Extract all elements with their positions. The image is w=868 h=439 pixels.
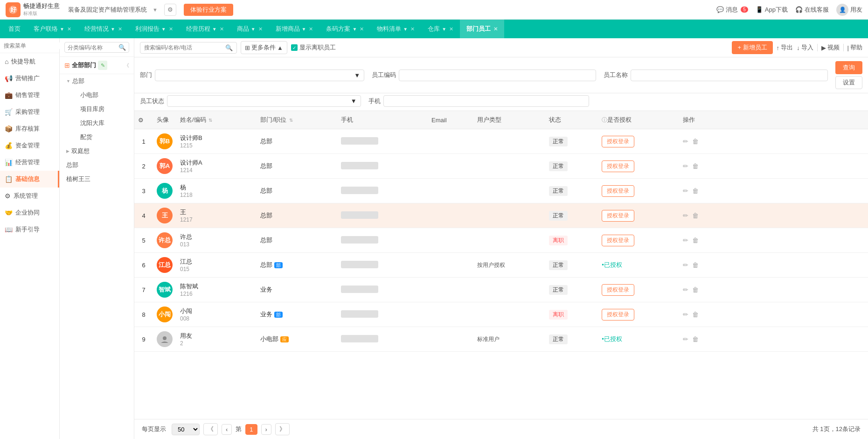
system-title-arrow[interactable]: ▼ (153, 7, 158, 13)
dept-collapse-icon[interactable]: 《 (124, 62, 129, 69)
edit-icon[interactable]: ✏ (683, 212, 688, 219)
col-settings[interactable]: ⚙ (134, 111, 153, 129)
tab-history-close[interactable]: ✕ (220, 26, 224, 32)
edit-icon[interactable]: ✏ (683, 311, 688, 318)
tab-goods[interactable]: 商品▼✕ (230, 20, 269, 38)
edit-icon[interactable]: ✏ (683, 187, 688, 195)
edit-icon[interactable]: ✏ (683, 237, 688, 244)
filter-status-select[interactable]: ▼ (167, 95, 361, 107)
sidebar-item-inventory[interactable]: 📦 库存核算 (0, 120, 59, 137)
dept-node-zhishu[interactable]: 植树王三 (60, 172, 134, 186)
delete-icon[interactable]: 🗑 (692, 311, 699, 318)
tab-bom-close[interactable]: ✕ (410, 26, 415, 32)
tab-goods-close[interactable]: ✕ (258, 26, 263, 32)
dept-node-zongbu[interactable]: 总部 (60, 158, 134, 172)
auth-login-button[interactable]: 授权登录 (602, 210, 634, 222)
edit-icon[interactable]: ✏ (683, 286, 688, 293)
tab-warehouse-close[interactable]: ✕ (449, 26, 453, 32)
delete-icon[interactable]: 🗑 (692, 261, 699, 269)
tab-dept-emp-close[interactable]: ✕ (493, 26, 498, 32)
filter-empname-input[interactable] (631, 70, 828, 81)
sidebar-item-guide[interactable]: 📖 新手引导 (0, 221, 59, 238)
edit-icon[interactable]: ✏ (683, 138, 688, 145)
delete-icon[interactable]: 🗑 (692, 187, 699, 195)
auth-login-button[interactable]: 授权登录 (602, 185, 634, 197)
settings-icon[interactable]: ⚙ (164, 4, 176, 16)
auth-login-button[interactable]: 授权登录 (602, 284, 634, 296)
sidebar-item-system[interactable]: ⚙ 系统管理 (0, 188, 59, 204)
filter-phone-input[interactable] (383, 95, 590, 107)
delete-icon[interactable]: 🗑 (692, 286, 699, 293)
delete-icon[interactable]: 🗑 (692, 335, 699, 343)
user-item[interactable]: 👤 用友 (836, 4, 862, 16)
delete-icon[interactable]: 🗑 (692, 237, 699, 244)
auth-login-button[interactable]: 授权登录 (602, 136, 634, 147)
auth-login-button[interactable]: 授权登录 (602, 235, 634, 246)
dept-node-hq[interactable]: ▼ 总部 (60, 74, 134, 88)
online-support-item[interactable]: 🎧 在线客服 (795, 6, 829, 14)
dept-node-peihu[interactable]: 配货 (69, 130, 134, 144)
col-name[interactable]: 姓名/编码 ⇅ (176, 111, 257, 129)
prev-page-btn[interactable]: ‹ (222, 424, 232, 435)
more-filter-btn[interactable]: ⊞ 更多条件 ▲ (241, 41, 287, 54)
tab-warehouse[interactable]: 仓库▼✕ (421, 20, 460, 38)
help-btn[interactable]: | 帮助 (847, 43, 862, 52)
tab-add-goods[interactable]: 新增商品▼✕ (269, 20, 320, 38)
delete-icon[interactable]: 🗑 (692, 138, 699, 145)
dept-all-item[interactable]: ⊞ 全部部门 ✎ 《 (60, 57, 134, 74)
tab-profit[interactable]: 利润报告▼✕ (129, 20, 180, 38)
add-employee-button[interactable]: + 新增员工 (732, 41, 772, 54)
sidebar-item-finance[interactable]: 💰 资金管理 (0, 137, 59, 154)
delete-icon[interactable]: 🗑 (692, 162, 699, 170)
sidebar-item-collab[interactable]: 🤝 企业协同 (0, 204, 59, 221)
dept-node-shuanting[interactable]: ▶ 双庭想 (60, 144, 134, 158)
edit-icon[interactable]: ✏ (683, 261, 688, 269)
tab-customer[interactable]: 客户联络▼✕ (27, 20, 78, 38)
auth-login-button[interactable]: 授权登录 (602, 309, 634, 321)
tab-history[interactable]: 经营历程▼✕ (180, 20, 230, 38)
delete-icon[interactable]: 🗑 (692, 212, 699, 219)
tab-profit-close[interactable]: ✕ (169, 26, 173, 32)
col-dept[interactable]: 部门/职位 ⇅ (257, 111, 337, 129)
app-download-item[interactable]: 📱 App下载 (756, 6, 788, 14)
edit-icon[interactable]: ✏ (683, 335, 688, 343)
sidebar-item-quicknav[interactable]: ⌂ 快捷导航 (0, 53, 59, 70)
first-page-btn[interactable]: 《 (203, 423, 218, 435)
tab-operations[interactable]: 经营情况▼✕ (78, 20, 129, 38)
trial-button[interactable]: 体验行业方案 (184, 4, 233, 16)
set-button[interactable]: 设置 (835, 76, 862, 89)
sidebar-item-sales[interactable]: 💼 销售管理 (0, 87, 59, 104)
tab-bom[interactable]: 物料清单▼✕ (370, 20, 421, 38)
per-page-select[interactable]: 50 20 100 (172, 424, 200, 435)
last-page-btn[interactable]: 》 (275, 423, 290, 435)
show-resigned-toggle[interactable]: ✓ 显示离职员工 (291, 43, 336, 52)
filter-empcode-input[interactable] (399, 70, 596, 81)
dept-node-project[interactable]: 项目库房 (69, 102, 134, 116)
tab-dept-emp[interactable]: 部门员工✕ (460, 20, 504, 38)
message-item[interactable]: 💬 消息 5 (716, 6, 748, 14)
sidebar-item-purchase[interactable]: 🛒 采购管理 (0, 104, 59, 120)
emp-search-input[interactable] (144, 44, 223, 51)
query-button[interactable]: 查询 (835, 61, 862, 74)
sidebar-item-basic[interactable]: 📋 基础信息 (0, 171, 59, 188)
tab-customer-close[interactable]: ✕ (67, 26, 71, 32)
dept-node-shenyang[interactable]: 沈阳大库 (69, 116, 134, 130)
video-btn[interactable]: ▶ 视频 (821, 43, 840, 52)
edit-icon[interactable]: ✏ (683, 162, 688, 170)
auth-login-button[interactable]: 授权登录 (602, 160, 634, 172)
current-page-btn[interactable]: 1 (245, 424, 257, 435)
dept-search-input[interactable] (68, 44, 117, 51)
tab-barcode[interactable]: 条码方案▼✕ (319, 20, 370, 38)
tab-add-goods-close[interactable]: ✕ (309, 26, 313, 32)
tab-operations-close[interactable]: ✕ (118, 26, 122, 32)
dept-edit-icon[interactable]: ✎ (98, 61, 107, 70)
export-btn[interactable]: ↑ 导出 (777, 43, 793, 52)
next-page-btn[interactable]: › (261, 424, 271, 435)
import-btn[interactable]: ↓ 导入 (797, 43, 813, 52)
tab-barcode-close[interactable]: ✕ (360, 26, 364, 32)
sidebar-item-business[interactable]: 📊 经营管理 (0, 154, 59, 171)
filter-dept-select[interactable]: ▼ (155, 70, 364, 81)
dept-node-xiaodian[interactable]: 小电部 (69, 88, 134, 102)
sidebar-item-marketing[interactable]: 📢 营销推广 (0, 70, 59, 87)
tab-home[interactable]: 首页 (2, 20, 27, 38)
